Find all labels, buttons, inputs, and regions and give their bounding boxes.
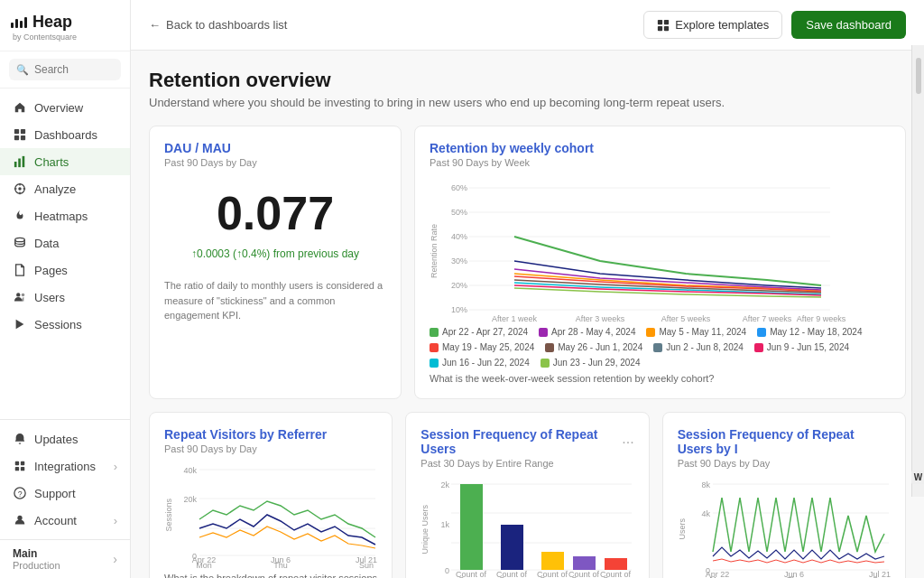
sidebar-item-sessions[interactable]: Sessions — [0, 311, 130, 338]
search-input[interactable] — [34, 63, 114, 76]
workspace-name: Production — [13, 560, 60, 571]
sidebar-item-pages[interactable]: Pages — [0, 256, 130, 284]
sidebar-item-dashboards[interactable]: Dashboards — [0, 121, 130, 148]
session-freq-subtitle: Past 30 Days by Entire Range — [420, 458, 633, 469]
logo: Heap — [11, 13, 119, 32]
svg-rect-65 — [460, 484, 483, 570]
legend-item-2: May 5 - May 11, 2024 — [646, 327, 746, 337]
workspace-arrow-icon: › — [113, 552, 117, 566]
retention-card: Retention by weekly cohort Past 90 Days … — [414, 126, 906, 399]
svg-text:8k: 8k — [701, 480, 710, 489]
svg-text:50%: 50% — [451, 208, 467, 217]
dau-mau-card: DAU / MAU Past 90 Days by Day 0.077 ↑0.0… — [149, 126, 402, 399]
svg-rect-4 — [14, 162, 17, 167]
legend-item-3: May 12 - May 18, 2024 — [757, 327, 862, 337]
legend-item-6: Jun 2 - Jun 8, 2024 — [653, 342, 744, 352]
svg-rect-3 — [21, 135, 25, 140]
svg-text:Thu: Thu — [273, 561, 288, 570]
sidebar-item-support[interactable]: ? Support — [0, 480, 130, 507]
svg-rect-26 — [658, 25, 662, 30]
svg-marker-16 — [16, 320, 24, 330]
svg-text:After 7 weeks: After 7 weeks — [743, 314, 792, 323]
retention-chart: 60% 50% 40% 30% 20% 10% After 1 week Aft… — [442, 179, 830, 323]
legend-item-0: Apr 22 - Apr 27, 2024 — [430, 327, 528, 337]
session-freq-by-card: Session Frequency of Repeat Users by I P… — [662, 412, 906, 578]
workspace-row[interactable]: Main Production › — [13, 547, 117, 571]
svg-text:20%: 20% — [451, 281, 467, 290]
sidebar-item-account[interactable]: Account — [0, 507, 130, 534]
svg-text:4k: 4k — [701, 509, 710, 518]
back-link[interactable]: ← Back to dashboards list — [149, 18, 287, 32]
session-freq-by-subtitle: Past 90 Days by Day — [678, 458, 891, 469]
repeat-visitors-chart: 40k 20k 0 Apr 22 Mon Jun 6 Thu Jul 21 S — [177, 465, 375, 564]
users-icon — [13, 290, 27, 304]
sidebar-item-heatmaps[interactable]: Heatmaps — [0, 202, 130, 229]
svg-text:Mon: Mon — [196, 561, 212, 570]
svg-rect-69 — [605, 558, 627, 570]
svg-rect-6 — [23, 156, 25, 167]
person-icon — [13, 513, 27, 527]
legend-item-7: Jun 9 - Jun 15, 2024 — [754, 342, 849, 352]
retention-footer-question: What is the week-over-week session reten… — [430, 373, 891, 384]
retention-y-axis-label: Retention Rate — [430, 224, 439, 278]
back-arrow-icon: ← — [149, 18, 161, 32]
sidebar-item-users[interactable]: Users — [0, 284, 130, 311]
svg-text:After 1 week: After 1 week — [492, 314, 538, 323]
repeat-y-axis-label: Sessions — [164, 499, 173, 532]
crosshair-icon — [13, 182, 27, 196]
help-icon: ? — [13, 486, 27, 500]
dau-metric-value: 0.077 — [164, 186, 386, 240]
svg-rect-66 — [501, 525, 523, 570]
home-icon — [13, 100, 27, 115]
save-dashboard-button[interactable]: Save dashboard — [791, 11, 906, 39]
scrollbar-label: W — [911, 471, 924, 484]
play-icon — [13, 317, 27, 331]
page-title: Retention overview — [149, 69, 906, 92]
topbar: ← Back to dashboards list Explore templa… — [131, 0, 924, 51]
svg-text:1k: 1k — [441, 520, 450, 529]
sidebar: Heap by Contentsquare 🔍 Overview Dashboa… — [0, 0, 131, 578]
scrollbar-track[interactable]: W — [911, 45, 924, 497]
sidebar-item-charts[interactable]: Charts — [0, 148, 130, 175]
repeat-visitors-desc: What is the breakdown of repeat visitor … — [164, 572, 377, 578]
main-content: ← Back to dashboards list Explore templa… — [131, 0, 924, 578]
legend-item-4: May 19 - May 25, 2024 — [430, 342, 534, 352]
sidebar-item-data[interactable]: Data — [0, 229, 130, 256]
scrollbar-thumb[interactable] — [916, 58, 921, 94]
bottom-nav: Updates Integrations ? Support Account — [0, 419, 130, 539]
legend-item-8: Jun 16 - Jun 22, 2024 — [430, 358, 530, 368]
cards-row-1: DAU / MAU Past 90 Days by Day 0.077 ↑0.0… — [149, 126, 906, 399]
svg-rect-5 — [18, 159, 21, 168]
flame-icon — [13, 209, 27, 223]
sidebar-item-integrations[interactable]: Integrations — [0, 452, 130, 480]
explore-templates-button[interactable]: Explore templates — [643, 11, 782, 39]
session-freq-title: Session Frequency of Repeat Users — [420, 427, 622, 456]
repeat-visitors-subtitle: Past 90 Days by Day — [164, 443, 377, 454]
svg-text:20k: 20k — [183, 495, 197, 504]
search-icon: 🔍 — [16, 64, 29, 76]
session-freq-card: Session Frequency of Repeat Users ··· Pa… — [405, 412, 649, 578]
search-wrapper[interactable]: 🔍 — [9, 59, 121, 80]
logo-bar-1 — [11, 23, 14, 28]
main-nav: Overview Dashboards Charts Analyze Heatm… — [0, 89, 130, 419]
logo-bar-3 — [20, 21, 23, 28]
session-freq-by-title: Session Frequency of Repeat Users by I — [678, 427, 891, 456]
sidebar-item-overview[interactable]: Overview — [0, 94, 130, 121]
legend-item-5: May 26 - Jun 1, 2024 — [545, 342, 642, 352]
svg-text:?: ? — [18, 489, 23, 499]
retention-card-title: Retention by weekly cohort — [430, 141, 891, 155]
sidebar-item-analyze[interactable]: Analyze — [0, 175, 130, 202]
repeat-visitors-title: Repeat Visitors by Referrer — [164, 427, 377, 442]
svg-point-13 — [15, 238, 25, 241]
sidebar-item-updates[interactable]: Updates — [0, 425, 130, 452]
dau-description: The ratio of daily to monthly users is c… — [164, 278, 386, 323]
svg-rect-68 — [573, 556, 596, 570]
svg-text:40k: 40k — [183, 466, 197, 475]
svg-text:After 9 weeks: After 9 weeks — [797, 314, 846, 323]
svg-text:40%: 40% — [451, 232, 467, 241]
session-freq-menu-icon[interactable]: ··· — [622, 434, 633, 451]
dau-change: ↑0.0003 (↑0.4%) from previous day — [164, 247, 386, 260]
cards-row-2: Repeat Visitors by Referrer Past 90 Days… — [149, 412, 906, 578]
session-freq-y-axis-label: Unique Users — [420, 505, 430, 555]
svg-rect-27 — [664, 25, 669, 30]
